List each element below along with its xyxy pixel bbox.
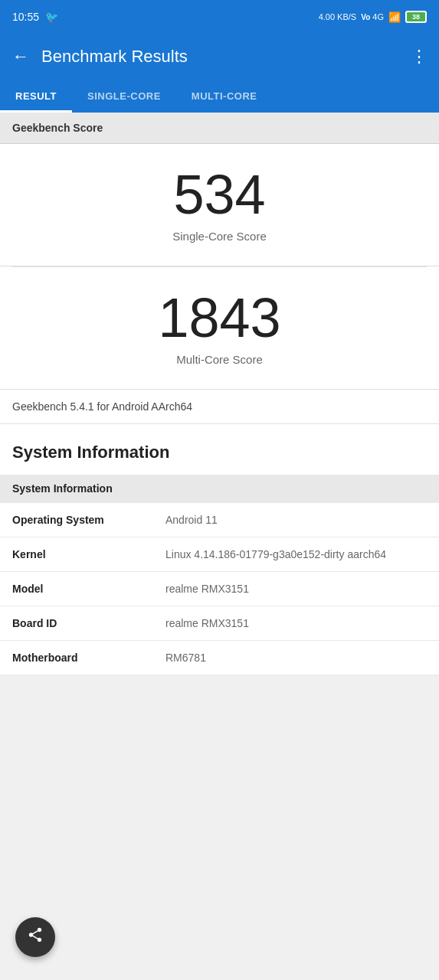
tab-multi-core[interactable]: MULTI-CORE bbox=[176, 80, 273, 113]
more-options-button[interactable]: ⋮ bbox=[411, 47, 427, 67]
multi-core-score: 1843 bbox=[15, 290, 424, 345]
status-left: 10:55 🐦 bbox=[12, 11, 58, 23]
signal-bars-icon: 📶 bbox=[388, 11, 401, 23]
system-information-heading: System Information bbox=[0, 424, 439, 475]
network-speed: 4.00 KB/S bbox=[319, 12, 357, 21]
single-core-section: 534 Single-Core Score bbox=[0, 144, 439, 266]
table-row: Kernel Linux 4.14.186-01779-g3a0e152-dir… bbox=[0, 537, 439, 572]
row-key-board-id: Board ID bbox=[12, 617, 165, 629]
status-right: 4.00 KB/S Vo 4G 📶 38 bbox=[319, 11, 427, 23]
table-row: Motherboard RM6781 bbox=[0, 641, 439, 675]
single-core-label: Single-Core Score bbox=[15, 230, 424, 243]
row-key-kernel: Kernel bbox=[12, 548, 165, 560]
system-info-table: System Information Operating System Andr… bbox=[0, 475, 439, 675]
row-key-motherboard: Motherboard bbox=[12, 652, 165, 664]
battery-icon: 38 bbox=[405, 11, 427, 23]
tabs-bar: RESULT SINGLE-CORE MULTI-CORE bbox=[0, 80, 439, 113]
multi-core-section: 1843 Multi-Core Score bbox=[0, 267, 439, 390]
page-title: Benchmark Results bbox=[41, 47, 398, 67]
network-type: Vo 4G bbox=[361, 12, 384, 21]
row-value-board-id: realme RMX3151 bbox=[165, 617, 427, 629]
row-value-os: Android 11 bbox=[165, 514, 427, 526]
version-info: Geekbench 5.4.1 for Android AArch64 bbox=[0, 390, 439, 424]
row-key-os: Operating System bbox=[12, 514, 165, 526]
twitter-icon: 🐦 bbox=[45, 11, 58, 23]
row-value-motherboard: RM6781 bbox=[165, 652, 427, 664]
app-bar: ← Benchmark Results ⋮ bbox=[0, 34, 439, 80]
table-row: Board ID realme RMX3151 bbox=[0, 606, 439, 641]
share-fab-button[interactable] bbox=[15, 917, 55, 957]
multi-core-label: Multi-Core Score bbox=[15, 353, 424, 366]
tab-single-core[interactable]: SINGLE-CORE bbox=[72, 80, 176, 113]
row-key-model: Model bbox=[12, 583, 165, 595]
tab-result[interactable]: RESULT bbox=[0, 80, 72, 113]
row-value-model: realme RMX3151 bbox=[165, 583, 427, 595]
share-icon bbox=[27, 926, 44, 948]
geekbench-score-header: Geekbench Score bbox=[0, 113, 439, 144]
table-row: Model realme RMX3151 bbox=[0, 572, 439, 606]
row-value-kernel: Linux 4.14.186-01779-g3a0e152-dirty aarc… bbox=[165, 548, 427, 560]
scores-container: 534 Single-Core Score 1843 Multi-Core Sc… bbox=[0, 144, 439, 390]
table-row: Operating System Android 11 bbox=[0, 503, 439, 537]
time: 10:55 bbox=[12, 11, 39, 23]
back-button[interactable]: ← bbox=[12, 47, 29, 67]
single-core-score: 534 bbox=[15, 167, 424, 222]
system-info-table-header: System Information bbox=[0, 475, 439, 503]
status-bar: 10:55 🐦 4.00 KB/S Vo 4G 📶 38 bbox=[0, 0, 439, 34]
